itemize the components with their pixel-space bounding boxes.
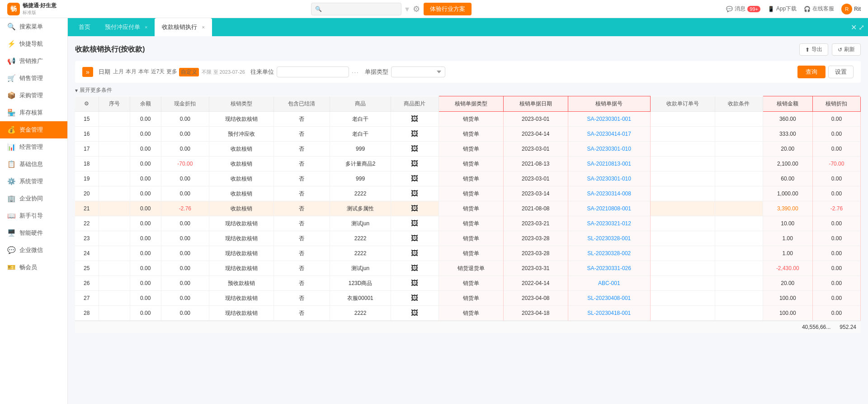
- cell-bill_no[interactable]: SL-20230408-001: [568, 291, 650, 306]
- tab-home[interactable]: 首页: [71, 18, 98, 36]
- cell-bill_no[interactable]: SL-20230328-002: [568, 246, 650, 261]
- cell-bill_no[interactable]: SA-20230301-010: [568, 171, 650, 186]
- sidebar-item-marketing[interactable]: 📢营销推广: [0, 52, 67, 70]
- sidebar-item-system[interactable]: ⚙️系统管理: [0, 173, 67, 190]
- tab-prepay[interactable]: 预付冲应付单×: [98, 18, 155, 36]
- date-custom-tag[interactable]: 自定义: [179, 68, 199, 76]
- col-header-writeoff_amount: 核销金额: [763, 96, 812, 112]
- filter-partner-dots[interactable]: ···: [352, 69, 359, 76]
- date-this-year[interactable]: 本年: [138, 68, 149, 76]
- cell-bill_type: 销货单: [439, 306, 503, 321]
- cell-bill_no[interactable]: SA-20210813-001: [568, 157, 650, 171]
- cell-include_settled: 否: [274, 171, 330, 186]
- cell-bill_no[interactable]: SA-20230331-026: [568, 261, 650, 276]
- sidebar-label-marketing: 营销推广: [19, 57, 43, 65]
- cell-receipt_condition: [715, 157, 763, 171]
- bill-no-link[interactable]: ABC-001: [598, 280, 620, 286]
- tab-close-prepay[interactable]: ×: [145, 24, 147, 30]
- search-bar[interactable]: 🔍: [311, 3, 401, 15]
- filter-settings-btn[interactable]: 设置: [828, 66, 854, 78]
- cell-bill_type: 销货单: [439, 201, 503, 216]
- col-header-bill_no: 核销单据号: [568, 96, 650, 112]
- notification-btn[interactable]: 💬 消息 99+: [726, 5, 760, 13]
- refresh-btn[interactable]: ↺ 刷新: [832, 43, 861, 56]
- cell-bill_no[interactable]: SA-20210808-001: [568, 201, 650, 216]
- sidebar-item-sales[interactable]: 🛒销售管理: [0, 70, 67, 87]
- bill-no-link[interactable]: SA-20230301-001: [587, 116, 631, 122]
- date-7days[interactable]: 近7天: [151, 68, 165, 76]
- dropdown-icon[interactable]: ▾: [405, 4, 409, 14]
- cell-bill_no[interactable]: SA-20230301-010: [568, 142, 650, 157]
- table-row: 220.000.00现结收款核销否测试jun🖼销货单2023-03-21SA-2…: [75, 216, 861, 231]
- cell-receipt_condition: [715, 261, 763, 276]
- cell-bill_no[interactable]: SA-20230414-017: [568, 127, 650, 142]
- bill-no-link[interactable]: SL-20230328-001: [587, 235, 631, 242]
- sidebar-item-inventory[interactable]: 🏪库存核算: [0, 104, 67, 121]
- sidebar-item-search[interactable]: 🔍搜索菜单: [0, 18, 67, 35]
- table-row: 230.000.00现结收款核销否2222🖼销货单2023-03-28SL-20…: [75, 231, 861, 246]
- bill-no-link[interactable]: SA-20210808-001: [587, 205, 631, 212]
- cell-receipt_order: [650, 112, 715, 127]
- date-this-month[interactable]: 本月: [126, 68, 137, 76]
- cell-bill_no[interactable]: SA-20230314-008: [568, 186, 650, 201]
- cell-cash_discount: -70.00: [161, 157, 209, 171]
- table-settings-icon[interactable]: ⚙: [84, 100, 89, 107]
- app-version: 标准版: [23, 10, 57, 16]
- bill-no-link[interactable]: SA-20230301-010: [587, 146, 631, 152]
- bill-no-link[interactable]: SA-20230301-010: [587, 176, 631, 182]
- cell-bill_no[interactable]: ABC-001: [568, 276, 650, 291]
- tab-expand-icon[interactable]: ⤢: [859, 23, 864, 32]
- table-settings-header[interactable]: ⚙: [75, 96, 99, 112]
- cell-bill_no[interactable]: SL-20230418-001: [568, 306, 650, 321]
- user-info[interactable]: R Rit: [841, 4, 861, 14]
- tab-receipt[interactable]: 收款核销执行×: [155, 18, 212, 36]
- bill-no-link[interactable]: SA-20230414-017: [587, 131, 631, 137]
- app-download-label: App下载: [776, 5, 797, 13]
- sidebar-item-wechat[interactable]: 💬企业微信: [0, 242, 67, 259]
- bill-no-link[interactable]: SA-20230321-012: [587, 220, 631, 227]
- date-prev-month[interactable]: 上月: [113, 68, 124, 76]
- settings-icon[interactable]: ⚙: [413, 4, 420, 14]
- filter-bill-type-select[interactable]: [391, 67, 445, 77]
- app-download-btn[interactable]: 📱 App下载: [768, 5, 797, 13]
- tab-close-all-icon[interactable]: ✕: [851, 23, 857, 32]
- sidebar-item-operation[interactable]: 📊经营管理: [0, 138, 67, 156]
- cell-receipt_order: [650, 216, 715, 231]
- query-btn[interactable]: 查询: [797, 66, 826, 78]
- sidebar-item-enterprise[interactable]: 🏢企业协同: [0, 190, 67, 207]
- date-more[interactable]: 更多: [166, 68, 177, 76]
- sidebar-item-purchase[interactable]: 📦采购管理: [0, 87, 67, 104]
- cell-bill_no[interactable]: SA-20230301-001: [568, 112, 650, 127]
- sidebar-item-basic[interactable]: 📋基础信息: [0, 156, 67, 173]
- cell-no: 15: [75, 112, 99, 127]
- filter-expand-btn[interactable]: »: [82, 67, 93, 77]
- cell-receipt_condition: [715, 216, 763, 231]
- filter-partner-input[interactable]: [277, 67, 349, 77]
- online-service-btn[interactable]: 🎧 在线客服: [804, 5, 834, 13]
- bill-no-link[interactable]: SL-20230408-001: [587, 295, 631, 301]
- bill-no-link[interactable]: SL-20230418-001: [587, 310, 631, 316]
- tab-close-receipt[interactable]: ×: [202, 24, 204, 30]
- expand-more[interactable]: ▾ 展开更多条件: [75, 86, 861, 94]
- export-btn[interactable]: ⬆ 导出: [799, 43, 828, 56]
- bill-no-link[interactable]: SA-20230314-008: [587, 190, 631, 197]
- sidebar-item-member[interactable]: 🎫畅会员: [0, 259, 67, 276]
- industry-btn[interactable]: 体验行业方案: [424, 3, 472, 15]
- cell-no: 24: [75, 246, 99, 261]
- bill-no-link[interactable]: SA-20230331-026: [587, 265, 631, 271]
- cell-cash_discount: 0.00: [161, 112, 209, 127]
- col-header-type: 核销类型: [209, 96, 274, 112]
- sidebar-icon-guide: 📖: [7, 212, 16, 220]
- bill-no-link[interactable]: SA-20210813-001: [587, 161, 631, 167]
- cell-balance: 0.00: [130, 142, 161, 157]
- cell-goods_img: 🖼: [391, 127, 439, 142]
- sidebar-item-capital[interactable]: 💰资金管理: [0, 121, 67, 138]
- sidebar-item-shortcut[interactable]: ⚡快捷导航: [0, 35, 67, 52]
- bill-no-link[interactable]: SL-20230328-002: [587, 250, 631, 257]
- cell-no: [99, 186, 130, 201]
- cell-bill_no[interactable]: SL-20230328-001: [568, 231, 650, 246]
- sidebar-item-guide[interactable]: 📖新手引导: [0, 207, 67, 224]
- sidebar-item-hardware[interactable]: 🖥️智能硬件: [0, 224, 67, 242]
- cell-bill_date: 2023-03-28: [503, 246, 568, 261]
- cell-bill_no[interactable]: SA-20230321-012: [568, 216, 650, 231]
